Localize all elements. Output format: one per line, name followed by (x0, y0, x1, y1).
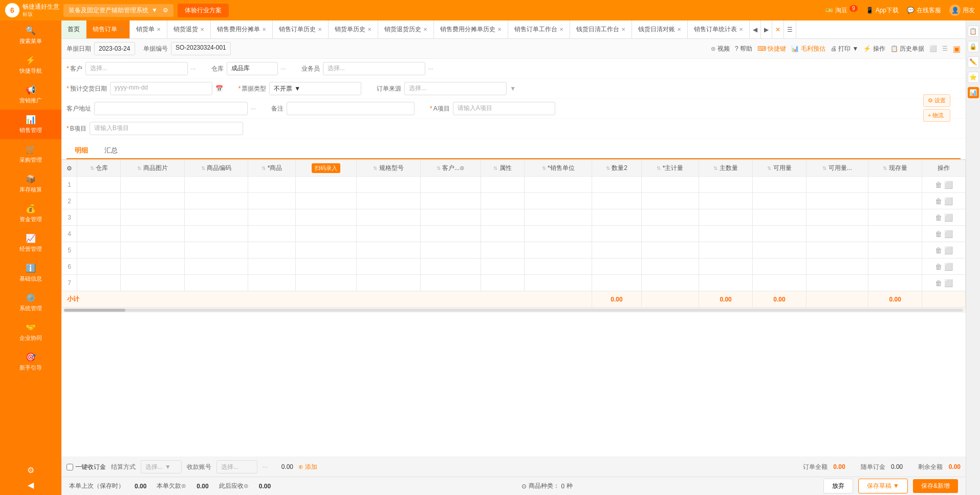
industry-btn[interactable]: 体验行业方案 (178, 4, 229, 17)
delete-icon[interactable]: 🗑 (935, 263, 942, 271)
discard-button[interactable]: 放弃 (823, 479, 853, 493)
tab-sales-order[interactable]: 销售订单 ✕ (86, 20, 130, 39)
a-project-input[interactable]: 请输入A项目 (453, 102, 555, 115)
delivery-input[interactable]: yyyy-mm-dd (110, 82, 212, 95)
copy-icon[interactable]: ⬜ (944, 263, 953, 271)
settings-button[interactable]: ⚙ 设置 (923, 94, 950, 107)
col-spec[interactable]: ⇅ 规格型号 (357, 160, 421, 177)
tab-order-history[interactable]: 销售订单历史 ✕ (273, 20, 329, 39)
right-icon-5[interactable]: 📊 (968, 87, 979, 98)
col-qty2[interactable]: ⇅ 数量2 (592, 160, 641, 177)
history-btn[interactable]: 📋 历史单据 (890, 45, 924, 53)
settings-icon[interactable]: ⚙ (163, 7, 168, 14)
delete-icon[interactable]: 🗑 (935, 279, 942, 287)
address-input[interactable] (94, 102, 248, 115)
right-icon-3[interactable]: ✏️ (968, 56, 979, 68)
payment-method-select[interactable]: 选择... ▼ (141, 460, 182, 474)
tab-next-arrow[interactable]: ▶ (761, 20, 772, 39)
tab-cash-reconcile[interactable]: 钱货日清对账 ✕ (632, 20, 688, 39)
scroll-thumb[interactable] (64, 309, 125, 312)
tab-close-ret-hist[interactable]: ✕ (423, 27, 427, 32)
delete-icon[interactable]: 🗑 (935, 246, 942, 254)
remark-input[interactable] (287, 102, 415, 115)
tao-dou-item[interactable]: 🎫 淘豆 9 (825, 6, 858, 15)
col-attr[interactable]: ⇅ 属性 (481, 160, 524, 177)
user-item[interactable]: 👤 用友 (949, 5, 975, 16)
tab-close-fee-hist[interactable]: ✕ (497, 27, 502, 32)
tab-fee-hist[interactable]: 销售费用分摊单历史 ✕ (434, 20, 508, 39)
col-main-unit[interactable]: ⇅ *主计量 (641, 160, 699, 177)
copy-icon[interactable]: ⬜ (944, 279, 953, 287)
copy-icon[interactable]: ⬜ (944, 197, 953, 205)
account-select[interactable]: 选择... (216, 460, 257, 474)
col-settings[interactable]: ⚙ (62, 160, 77, 177)
sidebar-item-sales[interactable]: 📊 销售管理 (0, 110, 61, 139)
tab-close-sales-order[interactable]: ✕ (119, 27, 123, 32)
system-name[interactable]: 装备及固定资产辅助管理系统 ▼ ⚙ (63, 4, 173, 17)
tab-sales-return[interactable]: 销货退货 ✕ (167, 20, 211, 39)
invoice-select[interactable]: 不开票 ▼ (269, 82, 361, 95)
expand-icon[interactable]: ⬜ (929, 45, 937, 52)
tab-close-order-hist[interactable]: ✕ (318, 27, 322, 32)
video-btn[interactable]: ⊙ 视频 (711, 45, 730, 53)
sidebar-item-system[interactable]: ⚙️ 系统管理 (0, 288, 61, 317)
operations-btn[interactable]: ⚡ 操作 (863, 45, 885, 53)
add-payment-btn[interactable]: ⊕ 添加 (298, 463, 317, 471)
sidebar-item-operations[interactable]: 📈 经营管理 (0, 228, 61, 258)
tab-close-inv-hist[interactable]: ✕ (367, 27, 372, 32)
copy-icon[interactable]: ⬜ (944, 246, 953, 254)
col-stock[interactable]: ⇅ 现存量 (868, 160, 922, 177)
print-btn[interactable]: 🖨 打印 ▼ (831, 45, 859, 53)
tab-close-reconcile[interactable]: ✕ (677, 27, 681, 32)
col-avail[interactable]: ⇅ 可用量 (753, 160, 807, 177)
tab-close-workbench[interactable]: ✕ (559, 27, 563, 32)
sidebar-item-inventory[interactable]: 📦 库存核算 (0, 169, 61, 199)
sidebar-item-collab[interactable]: 🤝 企业协同 (0, 317, 61, 347)
tab-order-workbench[interactable]: 销售订单工作台 ✕ (508, 20, 570, 39)
copy-icon[interactable]: ⬜ (944, 213, 953, 222)
list-icon[interactable]: ☰ (942, 45, 948, 52)
copy-icon[interactable]: ⬜ (944, 181, 953, 189)
delete-icon[interactable]: 🗑 (935, 181, 942, 189)
save-new-button[interactable]: 保存&新增 (913, 479, 958, 493)
b-project-input[interactable]: 请输入B项目 (90, 122, 243, 135)
save-draft-arrow[interactable]: ▼ (893, 482, 899, 489)
sidebar-item-purchase[interactable]: 🛒 采购管理 (0, 139, 61, 169)
col-product[interactable]: ⇅ *商品 (248, 160, 296, 177)
salesperson-input[interactable]: 选择... (323, 62, 425, 75)
col-sales-unit[interactable]: ⇅ *销售单位 (525, 160, 592, 177)
right-icon-1[interactable]: 📋 (968, 26, 979, 37)
delete-icon[interactable]: 🗑 (935, 213, 942, 222)
orange-box-icon[interactable]: ▣ (953, 44, 961, 54)
profit-btn[interactable]: 📊 毛利预估 (791, 45, 825, 53)
sidebar-item-quicknav[interactable]: ⚡ 快捷导航 (0, 50, 61, 80)
col-customer[interactable]: ⇅ 客户...⊙ (420, 160, 481, 177)
sidebar-item-marketing[interactable]: 📢 营销推广 (0, 80, 61, 110)
sidebar-item-finance[interactable]: 💰 资金管理 (0, 199, 61, 228)
tab-detail[interactable]: 明细 (67, 143, 96, 159)
col-warehouse[interactable]: ⇅ 仓库 (77, 160, 121, 177)
sidebar-item-guide[interactable]: 🎯 新手引导 (0, 347, 61, 377)
sidebar-collapse-icon[interactable]: ◀ (28, 480, 34, 490)
sidebar-item-basic-info[interactable]: ℹ️ 基础信息 (0, 258, 61, 288)
shortcut-btn[interactable]: ⌨ 快捷键 (757, 45, 786, 53)
warehouse-value[interactable]: 成品库 (227, 62, 278, 75)
tab-close-all[interactable]: ✕ (772, 20, 784, 39)
date-input[interactable]: 2023-03-24 (94, 42, 135, 55)
deposit-checkbox[interactable] (67, 464, 73, 470)
tab-close-fee-split[interactable]: ✕ (262, 27, 266, 32)
tab-invoice-history[interactable]: 销货单历史 ✕ (329, 20, 378, 39)
tab-prev-arrow[interactable]: ◀ (750, 20, 761, 39)
save-draft-button[interactable]: 保存草稿 ▼ (858, 479, 908, 493)
col-product-img[interactable]: ⇅ 商品图片 (121, 160, 185, 177)
tab-home[interactable]: 首页 (61, 20, 86, 39)
tab-sales-invoice[interactable]: 销货单 ✕ (130, 20, 167, 39)
sidebar-item-search[interactable]: 🔍 搜索菜单 (0, 20, 61, 50)
address-more[interactable]: ··· (251, 105, 256, 112)
right-icon-2[interactable]: 🔒 (968, 41, 979, 52)
delete-icon[interactable]: 🗑 (935, 230, 942, 238)
account-more[interactable]: ··· (263, 463, 268, 470)
customer-more[interactable]: ··· (191, 65, 196, 72)
one-click-deposit-checkbox[interactable]: 一键收订金 (67, 463, 106, 471)
tab-close-stats[interactable]: ✕ (739, 27, 743, 32)
